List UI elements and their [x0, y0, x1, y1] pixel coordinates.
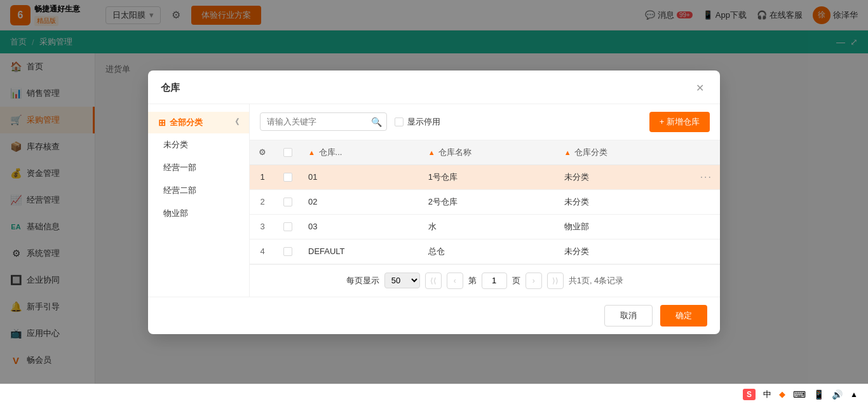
category-item-uncategorized[interactable]: 未分类 — [148, 133, 249, 156]
row-name: 总仓 — [421, 239, 557, 264]
grid-icon: ⊞ — [158, 118, 166, 128]
sort-icon-cat: ▲ — [564, 149, 571, 156]
table-row[interactable]: 1 01 1号仓库 未分类 ··· — [250, 165, 720, 189]
diamond-icon: ◆ — [779, 389, 785, 399]
category-item-property[interactable]: 物业部 — [148, 202, 249, 225]
keyboard-icon[interactable]: ⌨ — [793, 389, 806, 400]
warehouse-table-wrap: ⚙ ▲ 仓库... ▲ — [250, 140, 720, 264]
row-number: 3 — [250, 214, 275, 239]
modal-overlay: 仓库 ✕ ⊞ 全部分类 《 未分类 经营一部 经营二部 物业部 — [0, 0, 868, 404]
sort-icon: ▲ — [308, 149, 315, 156]
category-item-dept1[interactable]: 经营一部 — [148, 156, 249, 179]
modal-title: 仓库 — [161, 82, 180, 94]
row-code: 03 — [301, 214, 421, 239]
table-row[interactable]: 3 03 水 物业部 — [250, 214, 720, 239]
category-item-dept2[interactable]: 经营二部 — [148, 179, 249, 202]
search-icon[interactable]: 🔍 — [371, 117, 382, 127]
select-all-checkbox[interactable] — [283, 148, 292, 157]
ime-icon[interactable]: 中 — [763, 389, 771, 400]
modal-header: 仓库 ✕ — [148, 71, 720, 104]
modal-footer: 取消 确定 — [148, 297, 720, 334]
table-row[interactable]: 4 DEFAULT 总仓 未分类 — [250, 239, 720, 264]
add-warehouse-button[interactable]: + 新增仓库 — [649, 112, 710, 132]
col-settings: ⚙ — [250, 140, 275, 165]
modal-toolbar: 🔍 显示停用 + 新增仓库 — [250, 104, 720, 140]
pagination: 每页显示 50100200 ⟨⟨ ‹ 第 页 › ⟩⟩ 共1页, 4条记录 — [250, 264, 720, 297]
warehouse-table: ⚙ ▲ 仓库... ▲ — [250, 140, 720, 264]
row-actions — [693, 189, 720, 214]
warehouse-modal: 仓库 ✕ ⊞ 全部分类 《 未分类 经营一部 经营二部 物业部 — [148, 71, 720, 334]
row-number: 4 — [250, 239, 275, 264]
col-code: ▲ 仓库... — [301, 140, 421, 165]
row-category: 未分类 — [557, 189, 693, 214]
row-name: 2号仓库 — [421, 189, 557, 214]
show-disabled-wrap: 显示停用 — [395, 116, 440, 128]
row-number: 1 — [250, 165, 275, 189]
up-arrow-icon[interactable]: ▲ — [850, 390, 858, 399]
last-page-button[interactable]: ⟩⟩ — [547, 273, 564, 289]
row-code: DEFAULT — [301, 239, 421, 264]
table-row[interactable]: 2 02 2号仓库 未分类 — [250, 189, 720, 214]
search-input[interactable] — [260, 112, 387, 131]
row-checkbox[interactable] — [275, 189, 301, 214]
prev-page-button[interactable]: ‹ — [447, 273, 463, 289]
col-category: ▲ 仓库分类 — [557, 140, 693, 165]
show-disabled-checkbox[interactable] — [395, 118, 403, 126]
row-name: 1号仓库 — [421, 165, 557, 189]
cancel-button[interactable]: 取消 — [604, 305, 653, 327]
first-page-button[interactable]: ⟨⟨ — [425, 273, 442, 289]
row-code: 02 — [301, 189, 421, 214]
modal-right-panel: 🔍 显示停用 + 新增仓库 ⚙ — [250, 104, 720, 297]
mobile-icon[interactable]: 📱 — [813, 389, 824, 400]
row-checkbox[interactable] — [275, 214, 301, 239]
row-code: 01 — [301, 165, 421, 189]
page-number-input[interactable] — [482, 273, 507, 289]
row-category: 物业部 — [557, 214, 693, 239]
row-number: 2 — [250, 189, 275, 214]
page-size-select[interactable]: 50100200 — [384, 273, 420, 288]
row-name: 水 — [421, 214, 557, 239]
collapse-button[interactable]: 《 — [231, 117, 239, 128]
confirm-button[interactable]: 确定 — [660, 305, 707, 327]
col-actions-header — [693, 140, 720, 165]
row-category: 未分类 — [557, 239, 693, 264]
modal-body: ⊞ 全部分类 《 未分类 经营一部 经营二部 物业部 🔍 — [148, 104, 720, 297]
row-actions: ··· — [693, 165, 720, 189]
next-page-button[interactable]: › — [526, 273, 542, 289]
row-category: 未分类 — [557, 165, 693, 189]
search-wrap: 🔍 — [260, 112, 387, 131]
row-actions — [693, 214, 720, 239]
bottom-bar: S 中 ◆ ⌨ 📱 🔊 ▲ — [0, 384, 868, 404]
table-header-row: ⚙ ▲ 仓库... ▲ — [250, 140, 720, 165]
category-header[interactable]: ⊞ 全部分类 《 — [148, 112, 249, 133]
col-checkbox — [275, 140, 301, 165]
row-actions — [693, 239, 720, 264]
sort-icon-name: ▲ — [428, 149, 435, 156]
category-sidebar: ⊞ 全部分类 《 未分类 经营一部 经营二部 物业部 — [148, 104, 250, 297]
volume-icon[interactable]: 🔊 — [832, 389, 843, 400]
row-checkbox[interactable] — [275, 239, 301, 264]
column-settings-icon[interactable]: ⚙ — [259, 147, 266, 157]
row-checkbox[interactable] — [275, 165, 301, 189]
col-name: ▲ 仓库名称 — [421, 140, 557, 165]
s-icon: S — [743, 389, 756, 400]
close-icon[interactable]: ✕ — [692, 81, 707, 96]
